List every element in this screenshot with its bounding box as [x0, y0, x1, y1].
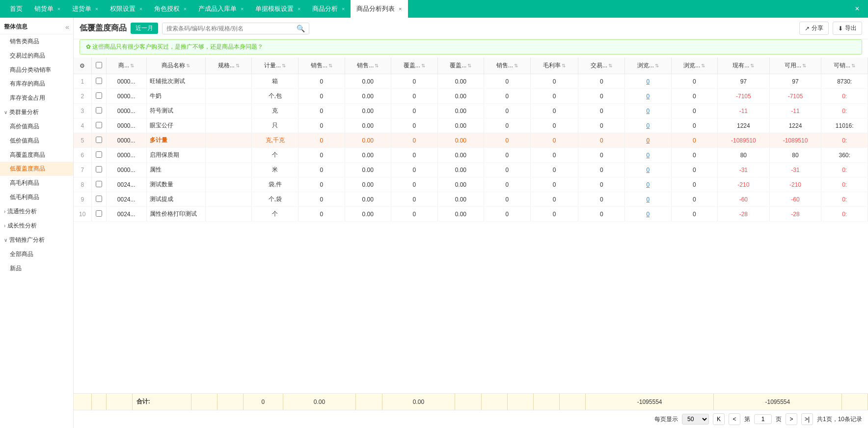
row-select-checkbox[interactable]: [96, 166, 102, 172]
row-browse1[interactable]: 0: [624, 207, 671, 222]
row-checkbox[interactable]: [91, 104, 106, 118]
row-browse1[interactable]: 0: [624, 148, 671, 163]
col-browse1[interactable]: 浏览...⇅: [624, 57, 671, 74]
sidebar-item-all-goods[interactable]: 全部商品: [0, 247, 73, 261]
prev-page-btn[interactable]: <: [729, 413, 740, 425]
row-browse1[interactable]: 0: [624, 74, 671, 89]
row-select-checkbox[interactable]: [96, 210, 102, 217]
sidebar-item-instock-goods[interactable]: 有库存的商品: [0, 77, 73, 91]
col-browse2[interactable]: 浏览...⇅: [671, 57, 718, 74]
col-gross[interactable]: 毛利率⇅: [530, 57, 578, 74]
row-select-checkbox[interactable]: [96, 78, 102, 84]
col-checkbox[interactable]: [91, 57, 106, 74]
row-select-checkbox[interactable]: [96, 137, 102, 143]
window-close-btn[interactable]: ×: [850, 2, 864, 16]
sidebar-item-category-rate[interactable]: 商品分类动销率: [0, 63, 73, 77]
col-cover1[interactable]: 覆盖...⇅: [391, 57, 438, 74]
col-name[interactable]: 商品名称⇅: [146, 57, 205, 74]
page-size-select[interactable]: 50 10 20 100: [682, 414, 709, 425]
sidebar-item-traded-goods[interactable]: 交易过的商品: [0, 49, 73, 63]
sidebar-section-circulation[interactable]: › 流通性分析: [0, 204, 73, 219]
first-page-btn[interactable]: K: [713, 413, 725, 425]
sidebar-item-high-value[interactable]: 高价值商品: [0, 119, 73, 134]
row-browse1[interactable]: 0: [624, 192, 671, 207]
col-sales-qty[interactable]: 销售...⇅: [298, 57, 345, 74]
col-settings[interactable]: ⚙: [74, 57, 91, 74]
table-container[interactable]: ⚙ 商...⇅ 商品名称⇅ 规格...⇅ 计量...⇅ 销售...⇅ 销售...…: [74, 57, 868, 393]
sidebar-item-low-coverage[interactable]: 低覆盖度商品: [0, 162, 73, 176]
next-page-btn[interactable]: >: [786, 413, 797, 425]
nav-item-analysis[interactable]: 商品分析 ×: [306, 0, 351, 18]
sidebar-section-marketing[interactable]: ∨ 营销推广分析: [0, 233, 73, 247]
nav-close-analysis[interactable]: ×: [342, 6, 345, 12]
col-available[interactable]: 可用...⇅: [769, 57, 821, 74]
col-current[interactable]: 现有...⇅: [718, 57, 770, 74]
nav-close-sales[interactable]: ×: [57, 6, 60, 12]
search-icon[interactable]: 🔍: [297, 25, 305, 32]
nav-item-products[interactable]: 产成品入库单 ×: [192, 0, 249, 18]
nav-item-templates[interactable]: 单据模板设置 ×: [249, 0, 306, 18]
row-checkbox[interactable]: [91, 118, 106, 133]
nav-item-purchase[interactable]: 进货单 ×: [66, 0, 104, 18]
search-input[interactable]: [166, 25, 297, 32]
col-sales-amt[interactable]: 销售...⇅: [345, 57, 391, 74]
nav-close-templates[interactable]: ×: [298, 6, 300, 12]
row-checkbox[interactable]: [91, 74, 106, 89]
col-spec[interactable]: 规格...⇅: [205, 57, 252, 74]
col-cover2[interactable]: 覆盖...⇅: [437, 57, 484, 74]
row-browse1[interactable]: 0: [624, 133, 671, 148]
last-page-btn[interactable]: >|: [801, 413, 813, 425]
sidebar-item-low-profit[interactable]: 低毛利商品: [0, 190, 73, 204]
row-select-checkbox[interactable]: [96, 196, 102, 202]
nav-close-analysis-list[interactable]: ×: [399, 6, 402, 12]
col-trade[interactable]: 交易...⇅: [578, 57, 625, 74]
sidebar-item-high-coverage[interactable]: 高覆盖度商品: [0, 148, 73, 162]
row-select-checkbox[interactable]: [96, 92, 102, 99]
col-unit[interactable]: 计量...⇅: [252, 57, 298, 74]
row-checkbox[interactable]: [91, 133, 106, 148]
sidebar-section-growth[interactable]: › 成长性分析: [0, 219, 73, 233]
row-browse1[interactable]: 0: [624, 163, 671, 177]
col-sales3[interactable]: 销售...⇅: [484, 57, 531, 74]
sidebar-collapse-icon[interactable]: «: [65, 23, 69, 31]
sidebar-item-sales-goods[interactable]: 销售类商品: [0, 34, 73, 49]
sidebar-item-capital[interactable]: 库存资金占用: [0, 91, 73, 105]
row-select-checkbox[interactable]: [96, 122, 102, 128]
export-button[interactable]: ⬇ 导出: [833, 22, 862, 35]
row-checkbox[interactable]: [91, 177, 106, 192]
sidebar-item-new-goods[interactable]: 新品: [0, 261, 73, 276]
row-browse1[interactable]: 0: [624, 118, 671, 133]
share-button[interactable]: ↗ 分享: [799, 22, 829, 35]
nav-item-roles[interactable]: 角色授权 ×: [148, 0, 192, 18]
nav-item-home[interactable]: 首页: [4, 0, 28, 18]
nav-close-roles[interactable]: ×: [184, 6, 187, 12]
row-browse1[interactable]: 0: [624, 177, 671, 192]
sidebar-item-low-value[interactable]: 低价值商品: [0, 134, 73, 148]
col-code[interactable]: 商...⇅: [106, 57, 146, 74]
sidebar-section-group-analysis[interactable]: ∨ 类群量分析: [0, 105, 73, 119]
nav-item-analysis-list[interactable]: 商品分析列表 ×: [351, 0, 407, 18]
sidebar-item-high-profit[interactable]: 高毛利商品: [0, 176, 73, 190]
nav-close-purchase[interactable]: ×: [95, 6, 98, 12]
nav-item-permissions[interactable]: 权限设置 ×: [104, 0, 148, 18]
row-current: -210: [718, 177, 770, 192]
row-select-checkbox[interactable]: [96, 151, 102, 158]
row-checkbox[interactable]: [91, 192, 106, 207]
row-browse1[interactable]: 0: [624, 89, 671, 104]
nav-close-permissions[interactable]: ×: [139, 6, 142, 12]
top-navigation: 首页 销货单 × 进货单 × 权限设置 × 角色授权 × 产成品入库单 × 单据…: [0, 0, 868, 18]
page-input[interactable]: [754, 414, 772, 424]
row-checkbox[interactable]: [91, 207, 106, 222]
row-select-checkbox[interactable]: [96, 181, 102, 187]
row-select-checkbox[interactable]: [96, 107, 102, 114]
total-cover2: 0.00: [382, 394, 455, 410]
nav-close-products[interactable]: ×: [241, 6, 244, 12]
row-checkbox[interactable]: [91, 148, 106, 163]
row-browse1[interactable]: 0: [624, 104, 671, 118]
nav-item-sales[interactable]: 销货单 ×: [28, 0, 66, 18]
col-saleable[interactable]: 可销...⇅: [821, 57, 868, 74]
row-checkbox[interactable]: [91, 163, 106, 177]
date-filter-btn[interactable]: 近一月: [131, 23, 158, 34]
select-all-checkbox[interactable]: [96, 62, 102, 68]
row-checkbox[interactable]: [91, 89, 106, 104]
